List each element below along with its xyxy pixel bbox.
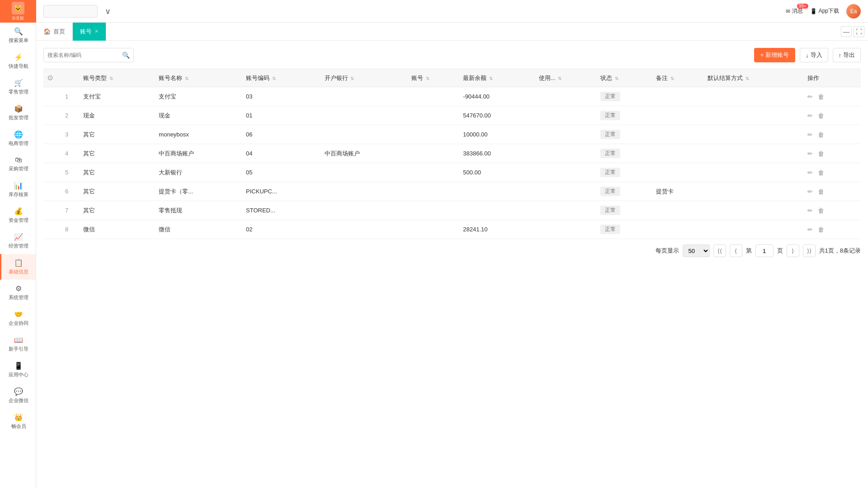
edit-button[interactable]: ✏ [807,226,813,233]
col-bank[interactable]: 开户银行 ⇅ [321,69,408,87]
edit-button[interactable]: ✏ [807,131,813,138]
header-search-input[interactable] [43,5,98,18]
edit-button[interactable]: ✏ [807,150,813,157]
edit-button[interactable]: ✏ [807,112,813,119]
sidebar-item-search-menu[interactable]: 🔍 搜索菜单 [0,23,36,48]
delete-button[interactable]: 🗑 [818,93,824,100]
sidebar-item-ecom-mgmt[interactable]: 🌐 电商管理 [0,126,36,151]
col-balance[interactable]: 最新余额 ⇅ [459,69,535,87]
tab-minimize-button[interactable]: — [841,26,852,37]
sidebar-item-finance-mgmt[interactable]: 💰 资金管理 [0,202,36,228]
app-download-button[interactable]: 📱 App下载 [810,7,839,15]
delete-button[interactable]: 🗑 [818,131,824,138]
tab-close-icon[interactable]: ✕ [94,28,99,34]
col-account-type-label: 账号类型 [83,75,107,81]
sort-icon: ⇅ [745,76,749,81]
enterprise-wechat-icon: 💬 [14,387,23,396]
row-index: 8 [61,220,80,239]
row-remark [652,106,704,125]
page-size-select[interactable]: 50 20 100 [683,244,710,257]
col-default-payment[interactable]: 默认结算方式 ⇅ [704,69,804,87]
sidebar-item-new-guide[interactable]: 📖 新手引导 [0,331,36,357]
sidebar-item-app-center[interactable]: 📱 应用中心 [0,357,36,383]
edit-button[interactable]: ✏ [807,188,813,195]
row-settings-cell [43,163,61,182]
col-usage[interactable]: 使用... ⇅ [535,69,597,87]
row-account-name: 微信 [155,220,242,239]
delete-button[interactable]: 🗑 [818,169,824,176]
col-remark-label: 备注 [656,75,668,81]
row-index: 6 [61,182,80,201]
tab-maximize-button[interactable]: ⛶ [854,26,864,37]
page-last-button[interactable]: ⟩⟩ [803,244,816,257]
sidebar: 🐱 乐意版 🔍 搜索菜单 ⚡ 快捷导航 🛒 零售管理 📦 批发管理 🌐 电商管理… [0,0,36,488]
message-button[interactable]: ✉ 消息 99+ [786,7,803,15]
row-index: 5 [61,163,80,182]
col-bank-label: 开户银行 [325,75,348,81]
sidebar-item-sys-mgmt[interactable]: ⚙ 系统管理 [0,280,36,305]
delete-button[interactable]: 🗑 [818,188,824,195]
col-remark[interactable]: 备注 ⇅ [652,69,704,87]
row-bank [321,163,408,182]
sidebar-item-retail-mgmt[interactable]: 🛒 零售管理 [0,74,36,100]
edit-button[interactable]: ✏ [807,207,813,214]
tab-account[interactable]: 账号 ✕ [73,23,106,41]
wholesale-icon: 📦 [14,104,23,113]
col-account-type[interactable]: 账号类型 ⇅ [80,69,155,87]
delete-button[interactable]: 🗑 [818,150,824,157]
retail-icon: 🛒 [14,79,23,87]
sidebar-item-member[interactable]: 👑 畅会员 [0,408,36,434]
message-icon: ✉ [786,8,790,14]
row-default-payment [704,163,804,182]
sidebar-item-purchase-mgmt[interactable]: 🛍 采购管理 [0,151,36,177]
sidebar-item-inventory[interactable]: 📊 库存核算 [0,177,36,202]
add-account-button[interactable]: + 新增账号 [754,48,795,62]
sidebar-item-wholesale-mgmt[interactable]: 📦 批发管理 [0,100,36,126]
col-account-name-label: 账号名称 [159,75,182,81]
page-input[interactable] [755,244,774,257]
edit-button[interactable]: ✏ [807,93,813,100]
col-account-no-label: 账号 [411,75,423,81]
avatar[interactable]: Ea [846,4,861,19]
col-account-no[interactable]: 账号 ⇅ [408,69,459,87]
tab-home[interactable]: 🏠 首页 [36,23,73,41]
table-row: 7 其它 零售抵现 STORED... 正常 ✏ 🗑 [43,201,861,220]
app-center-icon: 📱 [14,361,23,370]
dropdown-icon[interactable]: ∨ [105,6,111,16]
finance-icon: 💰 [14,207,23,216]
col-status[interactable]: 状态 ⇅ [597,69,652,87]
sidebar-item-quick-nav[interactable]: ⚡ 快捷导航 [0,48,36,74]
tab-controls: — ⛶ [841,26,868,37]
page-prev-button[interactable]: ⟨ [730,244,742,257]
app-logo: 🐱 乐意版 [0,0,36,23]
search-box: 🔍 [43,48,134,62]
sidebar-item-basic-info[interactable]: 📋 基础信息 [0,254,36,280]
col-account-code[interactable]: 账号编码 ⇅ [242,69,321,87]
delete-button[interactable]: 🗑 [818,226,824,233]
sidebar-item-label: 库存核算 [9,191,28,198]
row-account-type: 其它 [80,144,155,163]
edit-button[interactable]: ✏ [807,169,813,176]
delete-button[interactable]: 🗑 [818,207,824,214]
search-input[interactable] [47,52,122,58]
row-balance [459,182,535,201]
row-account-name: 提货卡（零... [155,182,242,201]
row-status: 正常 [597,201,652,220]
delete-button[interactable]: 🗑 [818,112,824,119]
page-next-button[interactable]: ⟩ [787,244,799,257]
row-bank [321,201,408,220]
settings-icon[interactable]: ⚙ [47,74,53,82]
tab-account-label: 账号 [80,28,92,36]
row-usage [535,144,597,163]
sidebar-item-enterprise-protocol[interactable]: 🤝 企业协同 [0,305,36,331]
row-settings-cell [43,87,61,106]
sidebar-item-enterprise-wechat[interactable]: 💬 企业微信 [0,383,36,408]
row-default-payment [704,87,804,106]
row-usage [535,201,597,220]
row-index: 7 [61,201,80,220]
page-first-button[interactable]: ⟨⟨ [713,244,726,257]
export-button[interactable]: ↑ 导出 [833,48,861,62]
import-button[interactable]: ↓ 导入 [800,48,828,62]
sidebar-item-ops-mgmt[interactable]: 📈 经营管理 [0,228,36,254]
col-account-name[interactable]: 账号名称 ⇅ [155,69,242,87]
